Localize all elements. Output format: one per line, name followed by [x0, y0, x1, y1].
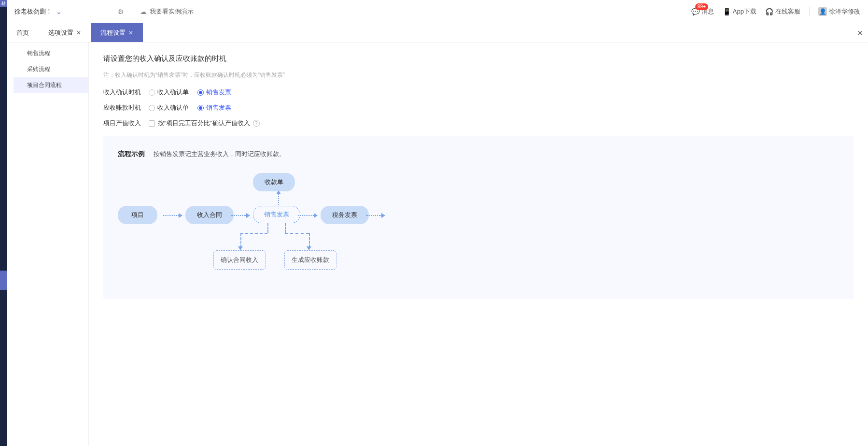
node-income-contract: 收入合同 [185, 206, 234, 224]
tab-flow-settings[interactable]: 流程设置 ✕ [91, 23, 143, 42]
card-desc: 按销售发票记主营业务收入，同时记应收账款。 [154, 150, 285, 158]
radio-group: 收入确认单 销售发票 [149, 88, 231, 97]
app-strip-icon: 材 [0, 0, 7, 7]
checkbox-percentage-completion[interactable]: 按“项目完工百分比”确认产值收入 ? [149, 119, 260, 128]
radio-income-confirm-doc[interactable]: 收入确认单 [149, 88, 189, 97]
content-area: 请设置您的收入确认及应收账款的时机 注：收入确认时机为“销售发票”时，应收账款确… [89, 43, 868, 446]
radio-income-confirm-doc[interactable]: 收入确认单 [149, 103, 189, 112]
sub-sidebar: 销售流程 采购流程 项目合同流程 [14, 43, 89, 446]
radio-group: 收入确认单 销售发票 [149, 103, 231, 112]
tab-options-settings[interactable]: 选项设置 ✕ [39, 23, 91, 42]
user-name: 徐泽华修改 [829, 7, 860, 16]
row-label: 项目产值收入 [103, 119, 142, 128]
radio-sales-invoice[interactable]: 销售发票 [197, 88, 231, 97]
row-label: 应收账款时机 [103, 103, 142, 112]
tab-home[interactable]: 首页 [7, 23, 39, 42]
tab-label: 流程设置 [100, 29, 126, 37]
arrow-icon [163, 213, 182, 218]
arrow-up-icon [276, 190, 281, 205]
top-header: 徐老板勿删！ ⌄ ⚙ ☁ 我要看实例演示 99+ 💬 消息 📱 App下载 🎧 … [7, 0, 868, 23]
ar-timing-row: 应收账款时机 收入确认单 销售发票 [103, 103, 854, 112]
arrow-icon [366, 213, 385, 218]
body: 销售流程 采购流程 项目合同流程 请设置您的收入确认及应收账款的时机 注：收入确… [14, 43, 868, 446]
note-text: 注：收入确认时机为“销售发票”时，应收账款确认时机必须为“销售发票” [103, 71, 854, 79]
page-title: 请设置您的收入确认及应收账款的时机 [103, 54, 854, 63]
tabs-bar: 首页 选项设置 ✕ 流程设置 ✕ ✕ [7, 23, 868, 43]
node-generate-ar: 生成应收账款 [284, 250, 336, 270]
phone-icon: 📱 [723, 8, 731, 15]
headset-icon: 🎧 [765, 8, 773, 15]
flow-example-card: 流程示例 按销售发票记主营业务收入，同时记应收账款。 收款单 项目 收入合同 销… [103, 136, 854, 299]
radio-icon [197, 89, 204, 96]
radio-icon [197, 105, 204, 111]
sidebar-item-purchase-flow[interactable]: 采购流程 [14, 61, 88, 77]
radio-label: 收入确认单 [157, 103, 189, 112]
checkbox-icon [149, 120, 155, 127]
node-sales-invoice: 销售发票 [253, 206, 300, 223]
sidebar-item-sales-flow[interactable]: 销售流程 [14, 45, 88, 61]
user-menu[interactable]: 👤 徐泽华修改 [818, 7, 860, 16]
online-service-label: 在线客服 [775, 7, 800, 16]
close-icon[interactable]: ✕ [76, 29, 81, 36]
node-receipt: 收款单 [253, 173, 295, 191]
node-confirm-income: 确认合同收入 [213, 250, 266, 270]
chevron-down-icon: ⌄ [56, 8, 62, 15]
left-app-strip: 材 [0, 0, 7, 446]
radio-icon [149, 89, 155, 96]
checkbox-label: 按“项目完工百分比”确认产值收入 [158, 119, 250, 128]
tab-label: 选项设置 [48, 29, 73, 37]
radio-label: 收入确认单 [157, 88, 189, 97]
arrow-icon [231, 213, 250, 218]
radio-label: 销售发票 [206, 88, 231, 97]
messages-button[interactable]: 99+ 💬 消息 [691, 7, 714, 16]
project-output-row: 项目产值收入 按“项目完工百分比”确认产值收入 ? [103, 119, 854, 128]
app-strip-marker [0, 271, 7, 290]
demo-link-label: 我要看实例演示 [150, 7, 194, 16]
sidebar-item-project-contract-flow[interactable]: 项目合同流程 [14, 77, 88, 93]
arrow-icon [298, 213, 318, 218]
node-tax-invoice: 税务发票 [321, 206, 369, 224]
app-download-label: App下载 [733, 7, 756, 16]
gear-icon[interactable]: ⚙ [118, 8, 124, 15]
tab-label: 首页 [16, 29, 29, 37]
income-confirm-timing-row: 收入确认时机 收入确认单 销售发票 [103, 88, 854, 97]
node-project: 项目 [118, 206, 157, 224]
org-name: 徐老板勿删！ [14, 7, 52, 16]
avatar-icon: 👤 [818, 7, 827, 16]
close-all-tabs-icon[interactable]: ✕ [857, 28, 863, 37]
radio-sales-invoice[interactable]: 销售发票 [197, 103, 231, 112]
flow-diagram: 收款单 项目 收入合同 销售发票 税务发票 确认合同收入 生成应收账款 [118, 173, 839, 279]
card-header: 流程示例 按销售发票记主营业务收入，同时记应收账款。 [118, 150, 839, 158]
header-right: 99+ 💬 消息 📱 App下载 🎧 在线客服 👤 徐泽华修改 [691, 7, 860, 16]
demo-link[interactable]: ☁ 我要看实例演示 [140, 7, 194, 16]
badge-count: 99+ [695, 3, 708, 10]
cloud-icon: ☁ [140, 8, 147, 15]
online-service-button[interactable]: 🎧 在线客服 [765, 7, 800, 16]
app-download-button[interactable]: 📱 App下载 [723, 7, 756, 16]
close-icon[interactable]: ✕ [128, 29, 133, 36]
radio-label: 销售发票 [206, 103, 231, 112]
radio-icon [149, 105, 155, 111]
card-title: 流程示例 [118, 150, 145, 158]
org-selector[interactable]: 徐老板勿删！ ⌄ [14, 7, 116, 16]
divider [132, 7, 132, 16]
help-icon[interactable]: ? [253, 120, 260, 127]
row-label: 收入确认时机 [103, 88, 142, 97]
divider [809, 7, 810, 16]
